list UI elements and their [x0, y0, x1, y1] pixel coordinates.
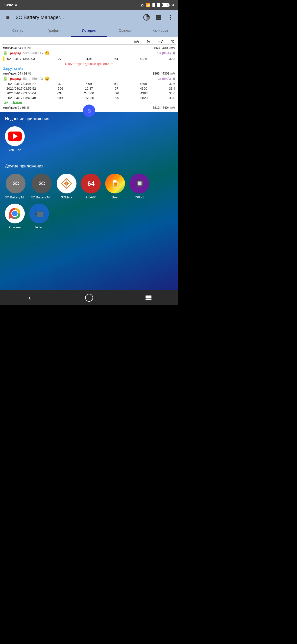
data-row-4: 2021/04/17 03:50:04 634 240.00 96 4383 3…	[2, 91, 176, 96]
charging-label: ЗУ	[3, 100, 9, 105]
tab-calibration[interactable]: Калибров	[143, 25, 178, 37]
status-left: 13:02 ⚙	[4, 3, 17, 7]
discharge-right-2: n/a (0mA)	[157, 77, 171, 80]
dr4-lvl: 96	[115, 92, 119, 95]
svg-rect-19	[146, 297, 151, 298]
recent-icon	[145, 295, 152, 300]
aida64-icon: 64	[81, 174, 101, 194]
home-icon	[85, 294, 93, 302]
bottom-nav: ‹	[0, 290, 178, 305]
discharge-row-2: 🔋 разряд 53m(-266mA) 😊 n/a (0mA)	[2, 76, 176, 82]
discharge-right-1: n/a (0mA)	[157, 51, 171, 55]
more-button[interactable]: ⋮	[166, 14, 174, 21]
app-item-cpu[interactable]: 🔲 CPU-Z	[129, 174, 149, 199]
charging-minmax-label: мин/макс 2 / 98 %	[3, 106, 29, 110]
app-item-3c-1[interactable]: 3C 3C Battery M...	[5, 174, 26, 199]
dr3-pct: 10.37	[85, 87, 93, 90]
exit-button[interactable]: ⎋	[83, 104, 95, 117]
app-item-youtube[interactable]: YouTube	[5, 126, 25, 152]
app-item-beer[interactable]: 🍺 Beer	[105, 174, 125, 199]
column-headers: mA % mV °C	[2, 39, 176, 44]
recent-button[interactable]	[142, 292, 155, 304]
dr2-pct: 6.99	[86, 82, 92, 86]
dr4-mV: 4383	[140, 92, 148, 95]
app-title: 3C Battery Manager...	[16, 14, 139, 20]
3c1-label: 3C Battery M...	[5, 196, 26, 199]
pie-chart-button[interactable]	[143, 14, 150, 21]
app-item-3c-2[interactable]: 3C 3C Battery M...	[31, 174, 52, 199]
tab-graph[interactable]: График	[36, 25, 71, 37]
dr1-mA: -270	[57, 57, 63, 61]
dr4-mA: 634	[57, 92, 63, 95]
data-row-3-values: 2021/04/17 03:55:52 596 10.37 97 4390 33…	[6, 87, 175, 90]
load-label[interactable]: Загрузка n/a	[2, 66, 176, 71]
dr5-mA: 2399	[57, 96, 65, 100]
dot-icon-1	[173, 52, 175, 54]
data-row-1-values: 2021/04/17 13:02:03 -270 -4.91 54 4286 3…	[5, 57, 175, 61]
svg-rect-3	[160, 15, 161, 16]
tabs-bar: Статус График История Оценки Калибров	[0, 25, 178, 37]
3dmark-svg	[59, 176, 74, 191]
section1-minmax: мин/макс 54 / 98 % 3863 / 4303 mV	[2, 46, 176, 50]
pie-chart-icon	[143, 14, 150, 21]
tab-history[interactable]: История	[71, 25, 107, 37]
tab-status[interactable]: Статус	[0, 25, 36, 37]
dr5-lvl: 95	[115, 96, 119, 100]
bar-yellow	[3, 56, 4, 61]
dr2-lvl: 98	[114, 82, 117, 86]
time-display: 13:02	[4, 3, 13, 7]
dr4-date: 2021/04/17 03:50:04	[6, 92, 36, 95]
svg-rect-4	[156, 17, 158, 18]
dot-icon-2	[173, 78, 175, 80]
chrome-label: Chrome	[9, 226, 20, 229]
menu-button[interactable]: ≡	[4, 14, 12, 21]
section2-minmax-label: мин/макс 54 / 98 %	[3, 72, 31, 75]
beer-label: Beer	[112, 196, 119, 199]
bar-multi-3	[3, 93, 4, 94]
back-icon: ‹	[28, 294, 31, 302]
chrome-icon	[5, 204, 25, 224]
battery-icon	[162, 3, 169, 7]
star-icon-1: 😊	[45, 51, 50, 56]
tab-ratings[interactable]: Оценки	[107, 25, 143, 37]
dr5-mV: 3820	[140, 96, 148, 100]
3c-dark-icon: 3C	[32, 174, 51, 194]
3dmark-label: 3DMark	[61, 196, 72, 199]
exit-icon: ⎋	[88, 108, 91, 114]
missing-data-msg: Отсутствуют данные для 8h00m	[2, 62, 176, 66]
3c2-label: 3C Battery M...	[31, 196, 52, 199]
svg-rect-7	[156, 19, 158, 20]
app-item-aida64[interactable]: 64 AIDA64	[81, 174, 101, 199]
dr4-temp: 33.6	[169, 92, 175, 95]
app-item-3dmark[interactable]: 3DMark	[57, 174, 76, 199]
wifi-icon: 📶	[146, 3, 150, 8]
3c-gray-icon: 3C	[6, 174, 25, 194]
status-bar: 13:02 ⚙ ⊘ 📶 ▉ ▉ 54	[0, 0, 178, 10]
data-row-4-values: 2021/04/17 03:50:04 634 240.00 96 4383 3…	[6, 92, 175, 95]
svg-point-17	[12, 211, 17, 216]
dr2-mV: 4398	[140, 82, 147, 86]
data-row-2-values: 2021/04/17 04:04:27 478 6.99 98 4398 32.…	[6, 82, 175, 86]
app-item-video[interactable]: 📹 Video	[29, 204, 49, 229]
section2-minmax: мин/макс 54 / 98 % 3863 / 4303 mV	[2, 71, 176, 76]
grid-button[interactable]	[154, 14, 162, 21]
dr2-date: 2021/04/17 04:04:27	[6, 82, 36, 86]
discharge-time-1: 53m(-266mA)	[23, 51, 42, 55]
discharge-time-2: 53m(-266mA)	[23, 77, 42, 80]
back-button[interactable]: ‹	[23, 292, 36, 304]
data-row-1: 2021/04/17 13:02:03 -270 -4.91 54 4286 3…	[2, 56, 176, 62]
signal-icon: ▉	[152, 3, 155, 7]
dr1-mV: 4286	[140, 57, 147, 61]
data-row-3: 2021/04/17 03:55:52 596 10.37 97 4390 33…	[2, 86, 176, 91]
dr3-mA: 596	[58, 87, 63, 90]
app-item-chrome[interactable]: Chrome	[5, 204, 25, 229]
status-right: ⊘ 📶 ▉ ▉ 54	[140, 3, 174, 8]
app-bar: ≡ 3C Battery Manager... ⋮	[0, 10, 178, 25]
svg-rect-20	[146, 299, 151, 300]
dr4-pct: 240.00	[84, 92, 94, 95]
home-button[interactable]	[83, 292, 95, 304]
charging-minmax-right: 3813 / 4404 mV	[152, 106, 175, 110]
dr3-lvl: 97	[115, 87, 118, 90]
dr1-pct: -4.91	[85, 57, 93, 61]
data-row-5-values: 2021/04/17 03:49:48 2399 56.30 95 3820 3…	[6, 96, 175, 100]
